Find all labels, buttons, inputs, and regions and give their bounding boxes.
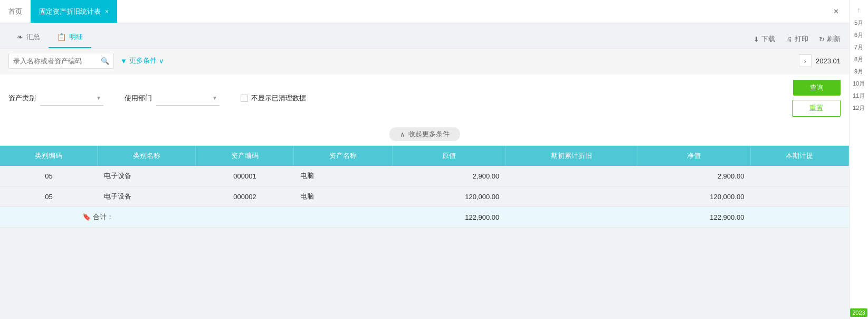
tab-detail[interactable]: 📋 明细: [49, 27, 91, 48]
col-net-value: 净值: [637, 146, 750, 166]
col-asset-name: 资产名称: [294, 146, 392, 166]
data-table-wrap: 类别编码 类别名称 资产编码 资产名称 原值 期初累计折旧 净值 本期计提 05…: [0, 146, 849, 319]
sidebar-month-item[interactable]: 8月: [853, 53, 865, 65]
department-select[interactable]: ▼: [156, 91, 220, 106]
table-row: 05 电子设备 000002 电脑 120,000.00 120,000.00: [0, 186, 849, 207]
table-header-row: 类别编码 类别名称 资产编码 资产名称 原值 期初累计折旧 净值 本期计提: [0, 146, 849, 166]
department-label: 使用部门: [125, 93, 152, 103]
table-total-row: 🔖合计： 122,900.00 122,900.00: [0, 207, 849, 228]
download-label: 下载: [761, 34, 775, 44]
total-current-provision: [750, 207, 848, 228]
cell-net-value: 120,000.00: [637, 186, 750, 207]
total-cumulative-depreciation: [505, 207, 637, 228]
more-conditions-button[interactable]: ▼ 更多条件 ∨: [120, 56, 164, 65]
query-button[interactable]: 查询: [793, 80, 841, 96]
print-label: 打印: [795, 34, 808, 44]
chevron-down-icon: ∨: [159, 57, 164, 65]
tab-summary[interactable]: ❧ 汇总: [8, 27, 49, 48]
cell-category-code: 05: [0, 166, 98, 186]
cell-category-name: 电子设备: [98, 186, 196, 207]
advanced-filter-row: 资产类别 ▼ 使用部门 ▼ 不显示已清理数据 查询 重置: [0, 73, 849, 123]
col-category-name: 类别名称: [98, 146, 196, 166]
cell-net-value: 2,900.00: [637, 166, 750, 186]
expand-panel-button[interactable]: ›: [799, 54, 812, 67]
cell-original-value: 120,000.00: [392, 186, 505, 207]
asset-category-select[interactable]: ▼: [40, 91, 103, 106]
search-input[interactable]: [13, 57, 98, 65]
sidebar-month-item[interactable]: 12月: [853, 102, 865, 114]
total-label: 🔖合计：: [0, 207, 196, 228]
total-icon: 🔖: [82, 213, 91, 221]
close-tab-icon[interactable]: ×: [105, 8, 109, 15]
asset-category-label: 资产类别: [8, 93, 36, 103]
table-row: 05 电子设备 000001 电脑 2,900.00 2,900.00: [0, 166, 849, 186]
col-cumulative-depreciation: 期初累计折旧: [505, 146, 637, 166]
filter-icon: ▼: [120, 57, 127, 65]
cell-asset-name: 电脑: [294, 186, 392, 207]
col-category-code: 类别编码: [0, 146, 98, 166]
sidebar-year-badge: 2023: [850, 308, 867, 317]
tabs-toolbar-row: ❧ 汇总 📋 明细 ⬇ 下载 🖨 打印 ↻ 刷新: [0, 23, 849, 49]
hide-cleared-label: 不显示已清理数据: [251, 93, 306, 103]
refresh-label: 刷新: [827, 34, 841, 44]
sidebar-month-item[interactable]: 10月: [853, 78, 865, 90]
hide-cleared-checkbox[interactable]: [241, 95, 248, 102]
sidebar-months: 5月6月7月8月9月10月11月12月: [853, 17, 865, 114]
cell-cumulative-depreciation: [505, 186, 637, 207]
sidebar-month-item[interactable]: 11月: [853, 90, 865, 102]
cell-asset-code: 000002: [196, 186, 294, 207]
filter-action-buttons: 查询 重置: [792, 80, 841, 117]
right-sidebar: ↑ 5月6月7月8月9月10月11月12月 2023: [849, 0, 868, 319]
cell-asset-code: 000001: [196, 166, 294, 186]
download-button[interactable]: ⬇ 下载: [753, 34, 775, 44]
collapse-row: ∧ 收起更多条件: [0, 123, 849, 146]
cell-current-provision: [750, 166, 848, 186]
chevron-up-icon: ∧: [400, 130, 405, 138]
print-button[interactable]: 🖨 打印: [786, 34, 808, 44]
date-display: 2023.01: [816, 57, 841, 65]
department-arrow-icon: ▼: [212, 95, 217, 101]
collapse-button[interactable]: ∧ 收起更多条件: [389, 127, 460, 141]
sidebar-month-item[interactable]: 6月: [853, 29, 865, 41]
search-input-wrap: 🔍: [8, 53, 114, 69]
toolbar-actions: ⬇ 下载 🖨 打印 ↻ 刷新: [753, 34, 841, 48]
filter-bar: 🔍 ▼ 更多条件 ∨ › 2023.01: [0, 49, 849, 73]
more-conditions-label: 更多条件: [129, 56, 157, 65]
refresh-icon: ↻: [819, 35, 825, 43]
sidebar-month-item[interactable]: 9月: [853, 65, 865, 78]
cell-category-code: 05: [0, 186, 98, 207]
sidebar-month-item[interactable]: 7月: [853, 41, 865, 53]
table-body: 05 电子设备 000001 电脑 2,900.00 2,900.00 05 电…: [0, 166, 849, 228]
cell-original-value: 2,900.00: [392, 166, 505, 186]
search-icon: 🔍: [101, 57, 109, 65]
refresh-button[interactable]: ↻ 刷新: [819, 34, 841, 44]
active-tab[interactable]: 固定资产折旧统计表 ×: [31, 0, 117, 23]
tab-label: 固定资产折旧统计表: [39, 7, 101, 16]
total-original-value: 122,900.00: [392, 207, 505, 228]
col-asset-code: 资产编码: [196, 146, 294, 166]
reset-button[interactable]: 重置: [792, 100, 841, 117]
cell-category-name: 电子设备: [98, 166, 196, 186]
home-tab[interactable]: 首页: [0, 0, 31, 23]
sidebar-month-item[interactable]: 5月: [853, 17, 865, 29]
cell-current-provision: [750, 186, 848, 207]
cell-cumulative-depreciation: [505, 166, 637, 186]
col-current-provision: 本期计提: [750, 146, 848, 166]
cell-asset-name: 电脑: [294, 166, 392, 186]
tabs-left: ❧ 汇总 📋 明细: [8, 23, 91, 48]
col-original-value: 原值: [392, 146, 505, 166]
asset-category-arrow-icon: ▼: [96, 95, 101, 101]
top-nav: 首页 固定资产折旧统计表 × ×: [0, 0, 849, 23]
print-icon: 🖨: [786, 35, 793, 43]
total-net-value: 122,900.00: [637, 207, 750, 228]
hide-cleared-group: 不显示已清理数据: [241, 93, 306, 103]
collapse-label: 收起更多条件: [408, 129, 450, 139]
summary-icon: ❧: [17, 33, 23, 41]
sidebar-up-arrow[interactable]: ↑: [855, 4, 863, 16]
department-group: 使用部门 ▼: [125, 91, 220, 106]
data-table: 类别编码 类别名称 资产编码 资产名称 原值 期初累计折旧 净值 本期计提 05…: [0, 146, 849, 228]
close-window-button[interactable]: ×: [823, 7, 849, 16]
detail-icon: 📋: [57, 33, 66, 41]
download-icon: ⬇: [753, 35, 759, 43]
summary-label: 汇总: [26, 32, 40, 42]
